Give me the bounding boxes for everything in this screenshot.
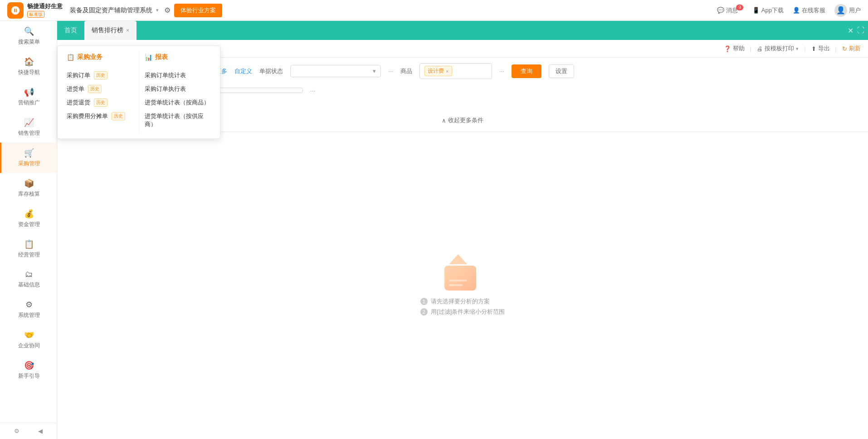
sidebar-collapse-icon[interactable]: ◀ [38,428,43,434]
tab-home[interactable]: 首页 [57,21,84,40]
basicinfo-icon: 🗂 [25,270,33,279]
hint-num-2: 2 [420,308,428,316]
sidebar-item-search[interactable]: 🔍 搜索菜单 [0,21,57,51]
sidebar-item-basic-info[interactable]: 🗂 基础信息 [0,264,57,294]
print-dropdown-arrow[interactable]: ▾ [796,46,799,52]
sidebar-label-sales: 销售管理 [18,129,40,137]
notification-icon: 💬 [717,7,724,14]
system-icon: ⚙ [25,300,33,310]
tab-sales-ranking[interactable]: 销售排行榜 × [84,21,137,40]
search-icon: 🔍 [24,26,34,36]
settings-icon[interactable]: ⚙ [164,6,171,15]
help-btn[interactable]: ❓ 帮助 [724,44,745,53]
purchase-dropdown-menu: 📋 采购业务 采购订单 历史 进货单 历史 进货退货 历史 采购费用分摊单 [57,45,220,139]
report-section-icon: 📊 [145,54,152,61]
print-icon: 🖨 [757,45,763,52]
menu-item-report-order-stat[interactable]: 采购订单统计表 [145,69,211,82]
divider3: | [835,45,837,52]
salesman-input[interactable] [212,88,303,93]
operations-icon: 📋 [24,239,34,249]
query-button[interactable]: 查询 [512,64,541,78]
menu-item-report-receipt-by-supplier[interactable]: 进货单统计表（按供应商） [145,109,211,131]
sidebar-settings-icon[interactable]: ⚙ [14,428,20,434]
goods-label: 商品 [400,67,412,75]
report-section: 📊 报表 采购订单统计表 采购订单执行表 进货单统计表（按商品） 进货单统计表（… [139,51,215,133]
menu-item-purchase-expense[interactable]: 采购费用分摊单 历史 [67,109,135,123]
sidebar: 🔍 搜索菜单 🏠 快捷导航 📢 营销推广 📈 销售管理 🛒 采购管理 📦 [0,21,57,439]
setting-button[interactable]: 设置 [549,64,574,78]
sidebar-item-sales[interactable]: 📈 销售管理 [0,112,57,143]
sidebar-label-inventory: 库存核算 [18,190,40,198]
hist-badge-2: 历史 [94,99,107,107]
sidebar-item-finance[interactable]: 💰 资金管理 [0,203,57,234]
empty-hint: 1 请先选择要分析的方案 2 用[过滤]条件来缩小分析范围 [420,296,505,317]
doc-status-arrow: ▾ [373,68,376,74]
goods-tag-close[interactable]: × [446,69,449,74]
goods-input[interactable]: 设计费 × [419,63,492,79]
top-right-area: 💬 消息 9 📱 App下载 👤 在线客服 👤 用户 [717,4,861,17]
sidebar-item-marketing[interactable]: 📢 营销推广 [0,82,57,112]
system-title: 装备及固定资产辅助管理系统 ▾ ⚙ [70,6,171,15]
tab-close-icon[interactable]: × [126,27,129,34]
report-section-title: 📊 报表 [145,53,211,64]
notification-count: 9 [736,5,743,10]
hist-badge-1: 历史 [88,85,102,93]
doc-status-input[interactable]: ▾ [290,65,381,77]
purchase-section-icon: 📋 [67,54,74,61]
menu-item-purchase-order[interactable]: 采购订单 历史 [67,69,135,82]
menu-item-purchase-receipt[interactable]: 进货单 历史 [67,82,135,96]
export-icon: ⬆ [811,45,816,52]
sidebar-item-guide[interactable]: 🎯 新手引导 [0,355,57,385]
logo-icon [7,2,24,19]
menu-item-report-order-exec[interactable]: 采购订单执行表 [145,82,211,96]
doc-status-label: 单据状态 [259,67,283,75]
divider1: | [750,45,751,52]
date-shortcut-custom[interactable]: 自定义 [234,67,252,75]
tab-fullscreen-icon[interactable]: ⛶ [857,26,864,35]
sidebar-item-inventory[interactable]: 📦 库存核算 [0,173,57,203]
sidebar-label-collab: 企业协同 [18,342,40,350]
tab-bar: 首页 销售排行榜 × ✕ ⛶ [57,21,868,40]
inventory-icon: 📦 [24,178,34,188]
purchase-icon: 🛒 [24,148,34,158]
sidebar-item-nav[interactable]: 🏠 快捷导航 [0,51,57,82]
refresh-btn[interactable]: ↻ 刷新 [842,44,861,53]
tab-right-buttons: ✕ ⛶ [848,26,868,35]
notification-btn[interactable]: 💬 消息 9 [717,6,743,15]
tab-close-window-icon[interactable]: ✕ [848,26,853,35]
online-service-btn[interactable]: 👤 在线客服 [793,6,825,15]
marketing-icon: 📢 [24,87,34,97]
menu-item-purchase-return[interactable]: 进货退货 历史 [67,96,135,109]
doc-status-more[interactable]: ··· [388,68,393,74]
sidebar-item-operations[interactable]: 📋 经营管理 [0,234,57,264]
empty-state: 1 请先选择要分析的方案 2 用[过滤]条件来缩小分析范围 [57,132,868,439]
app-download-btn[interactable]: 📱 App下载 [752,6,784,15]
purchase-section: 📋 采购业务 采购订单 历史 进货单 历史 进货退货 历史 采购费用分摊单 [63,51,139,133]
menu-item-report-receipt-by-goods[interactable]: 进货单统计表（按商品） [145,96,211,109]
print-btn[interactable]: 🖨 按模板打印 ▾ [757,44,799,53]
sidebar-item-collab[interactable]: 🤝 企业协同 [0,325,57,355]
sidebar-label-guide: 新手引导 [18,372,40,380]
menu-grid: 📋 采购业务 采购订单 历史 进货单 历史 进货退货 历史 采购费用分摊单 [63,51,215,133]
system-dropdown-arrow[interactable]: ▾ [156,7,159,13]
export-btn[interactable]: ⬆ 导出 [811,44,830,53]
sales-icon: 📈 [24,118,34,128]
sidebar-label-search: 搜索菜单 [18,38,40,46]
goods-more[interactable]: ··· [499,68,504,74]
goods-tag[interactable]: 设计费 × [424,66,452,76]
logo-area: 畅捷通好生意 标准版 [7,2,63,19]
salesman-more[interactable]: ··· [310,87,315,94]
refresh-icon: ↻ [842,45,847,52]
industry-button[interactable]: 体验行业方案 [174,4,222,17]
sidebar-label-operations: 经营管理 [18,251,40,259]
phone-icon: 📱 [752,7,760,14]
finance-icon: 💰 [24,209,34,219]
divider2: | [804,45,805,52]
sidebar-item-purchase[interactable]: 🛒 采购管理 [0,143,57,173]
sidebar-label-marketing: 营销推广 [18,99,40,107]
collapse-button[interactable]: ∧ 收起更多条件 [440,114,485,126]
help-icon: ❓ [724,45,731,52]
sidebar-label-nav: 快捷导航 [18,69,40,76]
sidebar-item-system[interactable]: ⚙ 系统管理 [0,294,57,325]
user-menu-btn[interactable]: 👤 用户 [834,4,861,17]
